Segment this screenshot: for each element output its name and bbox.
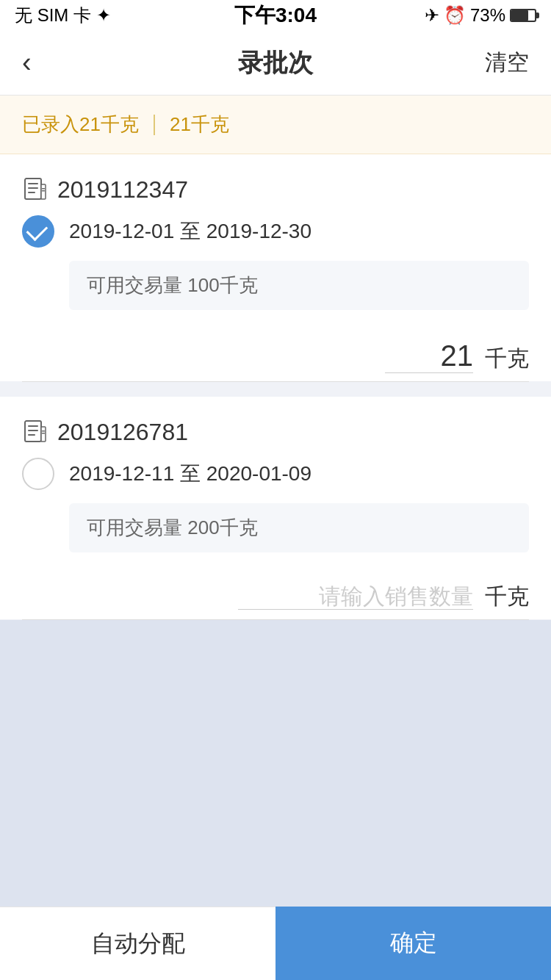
batch2-available: 可用交易量 200千克 bbox=[69, 503, 529, 552]
info-divider bbox=[154, 115, 155, 135]
batch1-header: 2019112347 bbox=[22, 176, 529, 203]
batch1-unit: 千克 bbox=[485, 344, 529, 374]
batch2-unit: 千克 bbox=[485, 582, 529, 612]
batch1-available: 可用交易量 100千克 bbox=[69, 261, 529, 310]
batch2-input-row[interactable]: 千克 bbox=[0, 567, 551, 619]
page-title: 录批次 bbox=[238, 46, 313, 80]
batch2-card: 2019126781 2019-12-11 至 2020-01-09 可用交易量… bbox=[0, 397, 551, 567]
svg-rect-13 bbox=[42, 433, 45, 434]
batch2-id: 2019126781 bbox=[57, 419, 188, 446]
status-time: 下午3:04 bbox=[234, 1, 317, 29]
batch2-date-range: 2019-12-11 至 2020-01-09 bbox=[69, 460, 311, 488]
batch1-id: 2019112347 bbox=[57, 176, 188, 203]
svg-rect-2 bbox=[28, 187, 38, 189]
svg-rect-5 bbox=[42, 188, 45, 190]
auto-distribute-button[interactable]: 自动分配 bbox=[0, 907, 276, 980]
bottom-bar: 自动分配 确定 bbox=[0, 907, 551, 980]
batch1-quantity-container: 21 bbox=[385, 339, 473, 373]
batch1-select-row[interactable]: 2019-12-01 至 2019-12-30 bbox=[22, 215, 529, 248]
svg-rect-1 bbox=[28, 183, 38, 184]
batch1-quantity-value: 21 bbox=[441, 339, 474, 372]
batch2-input-container[interactable] bbox=[238, 584, 473, 610]
svg-rect-3 bbox=[28, 192, 35, 193]
sim-label: 无 SIM 卡 ✦ bbox=[15, 4, 111, 27]
location-icon: ✈ bbox=[425, 5, 439, 26]
nav-bar: ‹ 录批次 清空 bbox=[0, 31, 551, 96]
batch2-header: 2019126781 bbox=[22, 419, 529, 446]
alarm-icon: ⏰ bbox=[444, 5, 466, 26]
svg-rect-11 bbox=[41, 427, 46, 442]
empty-space bbox=[0, 620, 551, 936]
battery-icon bbox=[510, 9, 536, 22]
battery-percent: 73% bbox=[470, 5, 505, 26]
section-gap bbox=[0, 382, 551, 397]
status-right: ✈ ⏰ 73% bbox=[425, 5, 536, 26]
batch1-card: 2019112347 2019-12-01 至 2019-12-30 可用交易量… bbox=[0, 154, 551, 325]
info-banner: 已录入21千克 21千克 bbox=[0, 96, 551, 154]
doc-icon-2 bbox=[22, 419, 48, 446]
batch1-radio[interactable] bbox=[22, 215, 54, 248]
svg-rect-9 bbox=[28, 430, 38, 431]
svg-rect-8 bbox=[28, 425, 38, 427]
batch1-date-range: 2019-12-01 至 2019-12-30 bbox=[69, 217, 311, 245]
svg-rect-10 bbox=[28, 434, 35, 436]
batch2-select-row[interactable]: 2019-12-11 至 2020-01-09 bbox=[22, 458, 529, 490]
clear-button[interactable]: 清空 bbox=[485, 48, 529, 78]
recorded-amount-value: 21千克 bbox=[170, 112, 229, 137]
svg-rect-6 bbox=[42, 190, 45, 192]
doc-icon bbox=[22, 177, 48, 203]
back-button[interactable]: ‹ bbox=[22, 47, 66, 79]
confirm-button[interactable]: 确定 bbox=[276, 907, 551, 980]
batch2-quantity-input[interactable] bbox=[238, 584, 473, 609]
status-left: 无 SIM 卡 ✦ bbox=[15, 4, 111, 27]
recorded-amount-label: 已录入21千克 bbox=[22, 112, 139, 137]
status-bar: 无 SIM 卡 ✦ 下午3:04 ✈ ⏰ 73% bbox=[0, 0, 551, 31]
svg-rect-4 bbox=[41, 184, 46, 199]
svg-rect-12 bbox=[42, 430, 45, 432]
batch2-radio[interactable] bbox=[22, 458, 54, 490]
batch1-quantity-row: 21 千克 bbox=[0, 325, 551, 381]
